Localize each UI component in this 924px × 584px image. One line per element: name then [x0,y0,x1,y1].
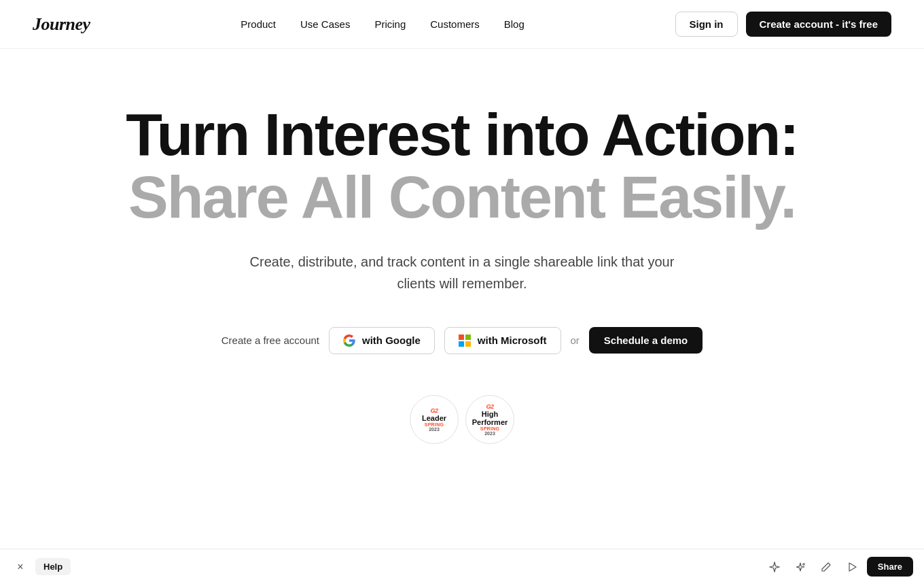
toolbar-play-button[interactable] [841,556,863,578]
create-account-button[interactable]: Create account - it's free [746,12,891,37]
bottom-toolbar: × Help Share [0,549,924,584]
hero-title-line1: Turn Interest into Action: [126,103,798,166]
sparkle-icon-2 [795,562,806,572]
share-button[interactable]: Share [867,557,913,577]
badge-high-performer-subtitle: SPRING [480,426,500,431]
toolbar-icon-2[interactable] [789,556,811,578]
microsoft-btn-label: with Microsoft [478,334,547,346]
toolbar-edit-button[interactable] [815,556,837,578]
play-icon [847,562,857,572]
cta-label: Create a free account [221,334,319,346]
hero-section: Turn Interest into Action: Share All Con… [0,49,924,471]
badge-g2-logo-1: G2 [430,407,438,414]
cta-row: Create a free account with Google with M… [221,327,703,354]
svg-marker-0 [849,563,856,571]
microsoft-signup-button[interactable]: with Microsoft [444,327,561,354]
hero-subtitle: Create, distribute, and track content in… [231,251,693,294]
badge-high-performer-year: 2023 [484,431,495,436]
toolbar-icon-1[interactable] [764,556,785,578]
google-signup-button[interactable]: with Google [329,327,435,354]
nav-product[interactable]: Product [241,18,276,30]
schedule-demo-button[interactable]: Schedule a demo [589,327,703,354]
badge-leader: G2 Leader SPRING 2023 [410,395,459,444]
badge-g2-logo-2: G2 [486,403,493,410]
sparkle-icon-1 [769,562,780,572]
main-nav: Product Use Cases Pricing Customers Blog [241,18,524,30]
badge-leader-year: 2023 [429,427,440,432]
badge-high-performer-title: High Performer [472,410,508,426]
badge-leader-subtitle: SPRING [425,422,444,427]
hero-title-line2: Share All Content Easily. [128,166,796,228]
nav-pricing[interactable]: Pricing [374,18,406,30]
microsoft-icon [459,334,471,347]
help-button[interactable]: Help [35,558,71,575]
badges-row: G2 Leader SPRING 2023 G2 High Performer … [410,395,514,444]
nav-customers[interactable]: Customers [430,18,480,30]
google-btn-label: with Google [362,334,421,346]
badge-high-performer: G2 High Performer SPRING 2023 [465,395,514,444]
close-icon[interactable]: × [11,557,30,577]
toolbar-left: × Help [11,557,71,577]
edit-icon [821,562,832,572]
logo[interactable]: Journey [33,14,90,35]
nav-blog[interactable]: Blog [504,18,525,30]
signin-button[interactable]: Sign in [675,12,738,37]
toolbar-right: Share [764,556,913,578]
google-icon [343,334,355,347]
header-actions: Sign in Create account - it's free [675,12,891,37]
nav-use-cases[interactable]: Use Cases [300,18,350,30]
badge-leader-title: Leader [422,414,446,422]
or-separator: or [571,334,580,346]
